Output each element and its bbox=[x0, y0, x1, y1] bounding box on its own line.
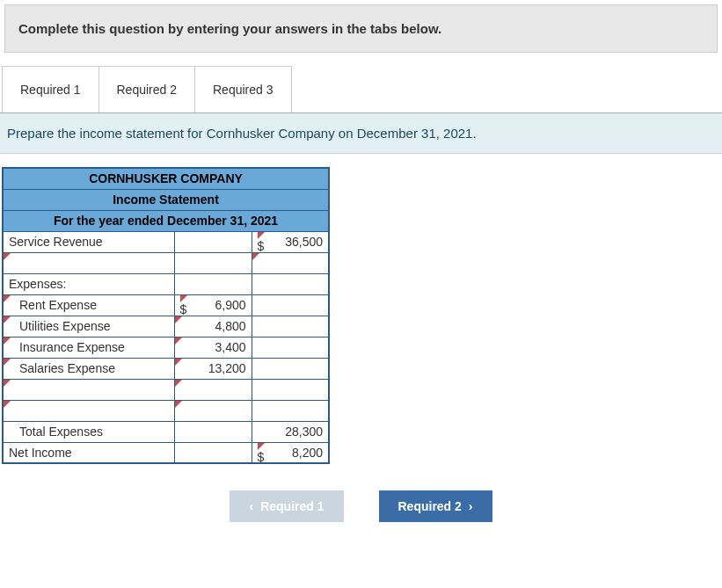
period-header: For the year ended December 31, 2021 bbox=[3, 210, 329, 231]
next-label: Required 2 bbox=[398, 499, 462, 513]
row-blank-2 bbox=[3, 379, 329, 400]
utilities-label[interactable]: Utilities Expense bbox=[3, 316, 174, 337]
rent-amt2[interactable] bbox=[252, 294, 329, 316]
rent-label[interactable]: Rent Expense bbox=[3, 294, 174, 316]
blank3-amt1[interactable] bbox=[174, 400, 252, 421]
blank-amt2[interactable] bbox=[252, 252, 329, 273]
service-revenue-label[interactable]: Service Revenue bbox=[3, 231, 174, 252]
total-exp-amt1[interactable] bbox=[174, 421, 252, 442]
total-exp-label[interactable]: Total Expenses bbox=[3, 421, 174, 442]
service-revenue-amt1[interactable] bbox=[174, 231, 252, 252]
total-exp-amt[interactable]: 28,300 bbox=[252, 421, 329, 442]
row-insurance: Insurance Expense 3,400 bbox=[3, 337, 329, 358]
prev-button[interactable]: ‹ Required 1 bbox=[230, 490, 343, 522]
row-blank-1 bbox=[3, 252, 329, 273]
insurance-label[interactable]: Insurance Expense bbox=[3, 337, 174, 358]
row-expenses-header: Expenses: bbox=[3, 273, 329, 294]
row-utilities: Utilities Expense 4,800 bbox=[3, 316, 329, 337]
company-header: CORNHUSKER COMPANY bbox=[3, 168, 329, 189]
chevron-right-icon: › bbox=[469, 499, 473, 513]
tab-required-1[interactable]: Required 1 bbox=[2, 66, 99, 113]
row-rent: Rent Expense 6,900 bbox=[3, 294, 329, 316]
row-service-revenue: Service Revenue 36,500 bbox=[3, 231, 329, 252]
statement-title: Income Statement bbox=[3, 189, 329, 210]
expenses-amt2[interactable] bbox=[252, 273, 329, 294]
expenses-label[interactable]: Expenses: bbox=[3, 273, 174, 294]
row-total-expenses: Total Expenses 28,300 bbox=[3, 421, 329, 442]
expenses-amt1[interactable] bbox=[174, 273, 252, 294]
blank2-label[interactable] bbox=[3, 379, 174, 400]
blank3-label[interactable] bbox=[3, 400, 174, 421]
chevron-left-icon: ‹ bbox=[249, 499, 253, 513]
blank2-amt2[interactable] bbox=[252, 379, 329, 400]
utilities-amt2[interactable] bbox=[252, 316, 329, 337]
income-statement: CORNHUSKER COMPANY Income Statement For … bbox=[2, 167, 722, 464]
next-button[interactable]: Required 2 › bbox=[379, 490, 492, 522]
row-salaries: Salaries Expense 13,200 bbox=[3, 358, 329, 379]
tab-required-3[interactable]: Required 3 bbox=[194, 66, 292, 113]
insurance-amt[interactable]: 3,400 bbox=[174, 337, 252, 358]
instruction-banner: Complete this question by entering your … bbox=[4, 4, 718, 53]
tab-required-2[interactable]: Required 2 bbox=[98, 66, 196, 113]
prev-label: Required 1 bbox=[260, 499, 324, 513]
salaries-amt2[interactable] bbox=[252, 358, 329, 379]
net-income-amt1[interactable] bbox=[174, 442, 252, 463]
salaries-label[interactable]: Salaries Expense bbox=[3, 358, 174, 379]
tab-bar: Required 1 Required 2 Required 3 bbox=[0, 66, 722, 113]
blank3-amt2[interactable] bbox=[252, 400, 329, 421]
blank-label[interactable] bbox=[3, 252, 174, 273]
nav-footer: ‹ Required 1 Required 2 › bbox=[0, 482, 722, 531]
service-revenue-amt2[interactable]: 36,500 bbox=[252, 231, 329, 252]
blank2-amt1[interactable] bbox=[174, 379, 252, 400]
utilities-amt[interactable]: 4,800 bbox=[174, 316, 252, 337]
salaries-amt[interactable]: 13,200 bbox=[174, 358, 252, 379]
prepare-instruction: Prepare the income statement for Cornhus… bbox=[0, 113, 722, 154]
row-net-income: Net Income 8,200 bbox=[3, 442, 329, 463]
net-income-amt[interactable]: 8,200 bbox=[252, 442, 329, 463]
blank-amt1[interactable] bbox=[174, 252, 252, 273]
net-income-label[interactable]: Net Income bbox=[3, 442, 174, 463]
insurance-amt2[interactable] bbox=[252, 337, 329, 358]
row-blank-3 bbox=[3, 400, 329, 421]
rent-amt[interactable]: 6,900 bbox=[174, 294, 252, 316]
